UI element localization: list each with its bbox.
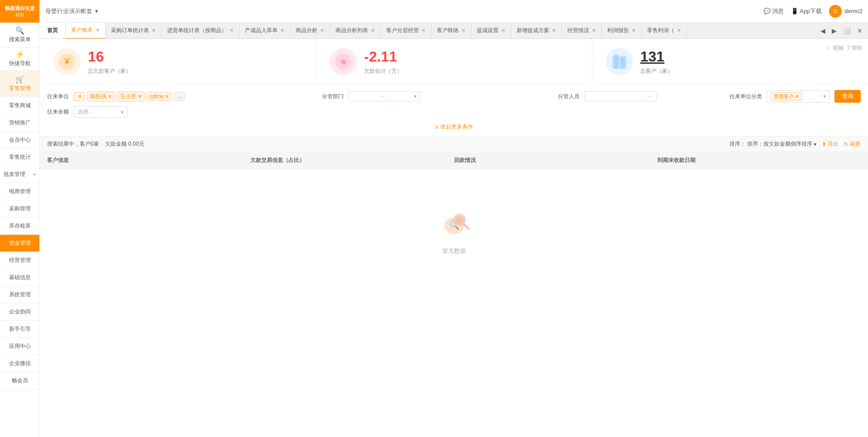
account-selector[interactable]: 母婴行业演示帐套 ▾ — [45, 7, 98, 15]
stat-label-customers: 总欠款客户（家） — [88, 67, 131, 75]
tab-promotion-settings[interactable]: 提成设置 ✕ — [471, 23, 511, 39]
sidebar-item-purchase[interactable]: 采购管理 — [0, 200, 39, 218]
dept-select[interactable]: ··· ▾ — [348, 91, 421, 101]
tab-goods-analysis[interactable]: 商品分析 ✕ — [290, 23, 330, 39]
dept-arrow: ▾ — [414, 93, 417, 100]
table-header: 客户信息 欠款交易信息（占比） 回款情况 到期未收款日期 — [40, 152, 868, 169]
category-tag[interactable]: 普通客户 ✕ — [771, 92, 802, 101]
tab-close-all[interactable]: ✕ — [854, 26, 865, 35]
tag-close-chen[interactable]: ✕ — [108, 94, 112, 100]
tab-scroll-right[interactable]: ▶ — [829, 26, 839, 35]
tab-stock-stats[interactable]: 进货单统计表（按商品） ✕ — [162, 23, 240, 39]
sidebar-item-wechat[interactable]: 企业微信 — [0, 355, 39, 372]
collapse-button[interactable]: ∧ 收起更多条件 — [435, 123, 473, 131]
tab-close-operation-status[interactable]: ✕ — [592, 28, 596, 33]
person-select[interactable]: ··· — [584, 91, 657, 101]
export-button[interactable]: ⬆ 导出 — [822, 140, 839, 148]
tab-maximize[interactable]: ⬜ — [840, 26, 854, 35]
filter-tag-chen[interactable]: 陈民强 ✕ — [87, 91, 115, 102]
sidebar-item-basic[interactable]: 基础信息 — [0, 269, 39, 286]
sidebar-item-retail[interactable]: 🛒 零售管理 — [0, 71, 39, 97]
category-arrow: ▾ — [823, 93, 826, 100]
stat-icon-debt: ⊕ — [330, 48, 357, 75]
sidebar-item-inventory[interactable]: 库存核算 — [0, 218, 39, 235]
tab-customer-contact[interactable]: 客户联络 ✕ — [432, 23, 471, 39]
tab-purchase-order[interactable]: 采购订单统计表 ✕ — [106, 23, 162, 39]
tab-close-promotion-settings[interactable]: ✕ — [501, 28, 505, 33]
sidebar-item-search[interactable]: 🔍 搜索菜单 — [0, 23, 39, 48]
sidebar-item-retail-stats[interactable]: 零售统计 — [0, 149, 39, 166]
query-button[interactable]: 查询 — [834, 90, 861, 103]
user-menu[interactable]: D demo2 — [829, 5, 863, 18]
balance-select[interactable]: 选择... ▾ — [73, 106, 128, 118]
sidebar-item-vip[interactable]: 畅会员 — [0, 372, 39, 390]
sidebar-item-ecommerce[interactable]: 电商管理 — [0, 183, 39, 200]
category-tag-close[interactable]: ✕ — [795, 94, 799, 100]
stats-bar: ¥ 16 总欠款客户（家） ⊕ -2.11 欠款合计（万） — [40, 39, 868, 85]
tab-close-stock-stats[interactable]: ✕ — [230, 28, 234, 33]
help-link[interactable]: ? 帮助 — [847, 44, 863, 52]
export-icon: ⬆ — [822, 141, 826, 147]
tab-close-profit-report[interactable]: ✕ — [632, 28, 636, 33]
tag-close-cjttcw[interactable]: ✕ — [165, 94, 169, 100]
tab-close-customer-book[interactable]: ✕ — [96, 27, 100, 33]
tab-close-purchase-order[interactable]: ✕ — [152, 28, 156, 33]
tab-customer-segment[interactable]: 客户分层经营 ✕ — [381, 23, 432, 39]
tag-close-wang[interactable]: ✕ — [138, 94, 142, 100]
svg-text:🔍: 🔍 — [449, 220, 460, 230]
tab-close-customer-segment[interactable]: ✕ — [422, 28, 426, 33]
balance-placeholder: 选择... — [77, 108, 93, 116]
sort-label: 排序： — [729, 140, 746, 148]
sidebar-item-member[interactable]: 会员中心 — [0, 132, 39, 149]
stat-values-total: 131 总客户（家） — [640, 48, 673, 75]
person-more[interactable]: ··· — [648, 93, 652, 100]
tab-home[interactable]: 首页 — [40, 23, 66, 39]
filter-tag-empty[interactable]: ✕ — [73, 92, 85, 101]
sidebar-item-apps[interactable]: 应用中心 — [0, 338, 39, 355]
col-header-date: 到期未收款日期 — [657, 157, 861, 164]
tab-cost-stock[interactable]: 产成品入库单 ✕ — [240, 23, 290, 39]
tab-close-goods-analysis-list[interactable]: ✕ — [371, 28, 375, 33]
tab-close-new-promotion[interactable]: ✕ — [552, 28, 556, 33]
sidebar-item-newbie[interactable]: 新手引导 — [0, 321, 39, 338]
stat-icon-total — [606, 48, 633, 75]
sidebar-item-wholesale[interactable]: 批发管理 ▾ — [0, 166, 39, 183]
tab-goods-analysis-list[interactable]: 商品分析列表 ✕ — [330, 23, 381, 39]
app-download-button[interactable]: 📱 App下载 — [791, 7, 822, 15]
username: demo2 — [844, 8, 863, 14]
tab-scroll-left[interactable]: ◀ — [818, 26, 828, 35]
tab-close-cost-stock[interactable]: ✕ — [280, 28, 284, 33]
video-help-link[interactable]: ▷ 视频 — [826, 44, 844, 52]
filter-row-2: 往来余额 选择... ▾ — [47, 106, 861, 118]
sidebar-item-finance[interactable]: 资金管理 — [0, 235, 39, 252]
filter-tag-wang[interactable]: 王小亮 ✕ — [117, 91, 145, 102]
tab-customer-book[interactable]: 客户账本 ✕ — [66, 23, 106, 39]
tab-profit-report[interactable]: 利润报告 ✕ — [602, 23, 642, 39]
sidebar-item-marketing[interactable]: 营销推广 — [0, 114, 39, 132]
tab-close-goods-analysis[interactable]: ✕ — [320, 28, 324, 33]
refresh-icon: ↻ — [844, 141, 849, 147]
dept-more[interactable]: ··· — [381, 93, 385, 100]
tab-close-retail-profit[interactable]: ✕ — [677, 28, 681, 33]
filter-tag-cjttcw[interactable]: cjttcw ✕ — [147, 92, 172, 101]
balance-arrow: ▾ — [121, 109, 124, 115]
sidebar-item-system[interactable]: 系统管理 — [0, 286, 39, 304]
message-button[interactable]: 💬 消息 — [763, 7, 784, 15]
sidebar-item-retail-mall[interactable]: 零售商城 — [0, 97, 39, 114]
sidebar-item-quick[interactable]: ⚡ 快捷导航 — [0, 48, 39, 71]
category-select[interactable]: 普通客户 ✕ ▾ — [767, 90, 830, 103]
tab-close-customer-contact[interactable]: ✕ — [461, 28, 465, 33]
sidebar-item-operation[interactable]: 经营管理 — [0, 252, 39, 269]
stat-label-debt: 欠款合计（万） — [364, 67, 402, 75]
refresh-button[interactable]: ↻ 刷新 — [844, 140, 861, 148]
svg-line-12 — [464, 224, 469, 229]
filter-tag-more[interactable]: ... — [174, 92, 185, 101]
svg-rect-8 — [620, 57, 625, 69]
tab-retail-profit[interactable]: 零售利润（ ✕ — [642, 23, 687, 39]
tab-new-promotion[interactable]: 新增提成方案 ✕ — [511, 23, 562, 39]
sidebar-item-enterprise[interactable]: 企业协同 — [0, 304, 39, 321]
tab-operation-status[interactable]: 经营情况 ✕ — [562, 23, 602, 39]
sort-selector[interactable]: 排序： 排序：按欠款金额倒序排序 ▾ — [729, 140, 816, 148]
filter-tags-unit: ✕ 陈民强 ✕ 王小亮 ✕ cjttcw ✕ ... — [73, 91, 185, 102]
tag-close-empty[interactable]: ✕ — [78, 94, 82, 100]
